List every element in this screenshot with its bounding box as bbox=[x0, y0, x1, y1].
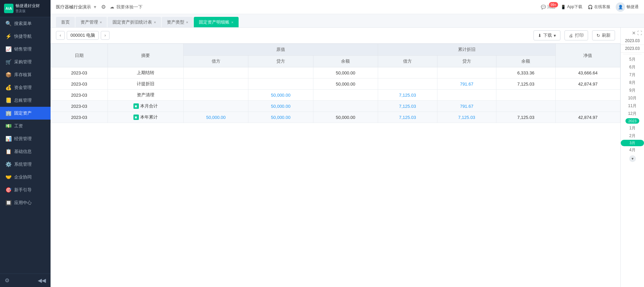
print-label: 打印 bbox=[575, 32, 584, 38]
sidebar-item-operations[interactable]: 📊经营管理 bbox=[0, 132, 51, 145]
sidebar-item-search[interactable]: 🔍搜索菜单 bbox=[0, 17, 51, 30]
main-panel: ‹ 000001 电脑 › ⬇ 下载 ▾ 🖨 打印 ↻ bbox=[51, 28, 620, 287]
timeline-month-1月[interactable]: 1月 bbox=[621, 124, 644, 132]
cell-date: 2023-03 bbox=[51, 112, 108, 123]
message-btn[interactable]: 💬 消息 99+ bbox=[541, 4, 555, 10]
table-row: 2023-03 ▣本月合计 50,000.00 7,125.03 791.67 bbox=[51, 101, 620, 112]
tab-asset_manage[interactable]: 资产管理 × bbox=[75, 17, 107, 27]
col-accum-balance: 余额 bbox=[496, 56, 556, 67]
sidebar-item-guide[interactable]: 🎯新手引导 bbox=[0, 184, 51, 196]
timeline-down-btn[interactable]: ▾ bbox=[629, 155, 636, 162]
settings-gear-icon[interactable]: ⚙ bbox=[101, 4, 106, 10]
timeline-header2: 2023.03 bbox=[621, 45, 644, 53]
refresh-icon: ↻ bbox=[596, 33, 600, 38]
refresh-btn[interactable]: ↻ 刷新 bbox=[592, 30, 615, 40]
year-badge[interactable]: 2023 bbox=[625, 118, 639, 124]
experience-btn[interactable]: ☁ 我要体验一下 bbox=[110, 4, 143, 10]
headset-icon: 🎧 bbox=[588, 5, 593, 9]
timeline-month-3月[interactable]: 3月 bbox=[621, 140, 644, 146]
cell-orig-credit bbox=[248, 67, 313, 78]
sidebar-item-inventory[interactable]: 📦库存核算 bbox=[0, 68, 51, 81]
timeline-month-5月[interactable]: 5月 bbox=[621, 56, 644, 63]
sidebar-item-ledger[interactable]: 📒总账管理 bbox=[0, 94, 51, 107]
download-icon: ⬇ bbox=[538, 33, 542, 38]
sidebar-item-capital[interactable]: 💰资金管理 bbox=[0, 81, 51, 94]
tab-close-icon[interactable]: × bbox=[154, 20, 156, 24]
cell-orig-balance: 50,000.00 bbox=[313, 67, 378, 78]
print-btn[interactable]: 🖨 打印 bbox=[564, 30, 588, 40]
next-asset-btn[interactable]: › bbox=[101, 31, 110, 40]
timeline-month-2月[interactable]: 2月 bbox=[621, 132, 644, 140]
timeline-month-11月[interactable]: 11月 bbox=[621, 102, 644, 110]
timeline-year-2023[interactable]: 2023 bbox=[621, 118, 644, 124]
sidebar-item-system[interactable]: ⚙️系统管理 bbox=[0, 158, 51, 171]
user-profile[interactable]: 👤 畅捷通 bbox=[616, 2, 639, 12]
timeline-month-12月[interactable]: 12月 bbox=[621, 110, 644, 118]
customer-service-btn[interactable]: 🎧 在线客服 bbox=[588, 4, 610, 10]
tab-home[interactable]: 首页 bbox=[56, 17, 75, 27]
company-selector[interactable]: 医疗器械行业演示 ▼ bbox=[56, 4, 97, 10]
active-month[interactable]: 3月 bbox=[627, 140, 638, 146]
enterprise-icon: 🤝 bbox=[5, 174, 11, 180]
username: 畅捷通 bbox=[626, 4, 639, 10]
panel-toolbar: ‹ 000001 电脑 › ⬇ 下载 ▾ 🖨 打印 ↻ bbox=[51, 28, 620, 43]
tab-label: 首页 bbox=[61, 19, 70, 25]
timeline-month-6月[interactable]: 6月 bbox=[621, 63, 644, 71]
cell-orig-debit bbox=[184, 78, 248, 90]
col-date: 日期 bbox=[51, 44, 108, 67]
cell-accum-debit bbox=[378, 67, 437, 78]
fixed_assets-icon: 🏢 bbox=[5, 110, 11, 116]
cell-net-value bbox=[555, 90, 620, 101]
col-orig-credit: 贷方 bbox=[248, 56, 313, 67]
sidebar-item-basic_info[interactable]: 📋基础信息 bbox=[0, 145, 51, 158]
timeline-month-8月[interactable]: 8月 bbox=[621, 79, 644, 87]
summary-icon: ▣ bbox=[133, 115, 139, 120]
col-summary: 摘要 bbox=[108, 44, 183, 67]
sidebar-label: 系统管理 bbox=[14, 161, 32, 167]
tab-asset_type[interactable]: 资产类型 × bbox=[162, 17, 193, 27]
download-icon: 📱 bbox=[561, 5, 566, 9]
timeline-month-7月[interactable]: 7月 bbox=[621, 71, 644, 79]
timeline-month-9月[interactable]: 9月 bbox=[621, 87, 644, 94]
cell-accum-balance bbox=[496, 101, 556, 112]
app_center-icon: 🔲 bbox=[5, 200, 11, 206]
expand-timeline-btn[interactable]: ⛶ bbox=[637, 30, 642, 36]
cell-accum-debit: 7,125.03 bbox=[378, 90, 437, 101]
tab-label: 资产管理 bbox=[81, 19, 98, 25]
summary-text: 本月合计 bbox=[140, 103, 158, 109]
tab-close-icon[interactable]: × bbox=[231, 20, 233, 24]
timeline-controls: ✕ ⛶ bbox=[621, 29, 644, 37]
sidebar-label: 销售管理 bbox=[14, 46, 32, 52]
sidebar-label: 经营管理 bbox=[14, 136, 32, 142]
sidebar-item-enterprise[interactable]: 🤝企业协同 bbox=[0, 171, 51, 184]
refresh-label: 刷新 bbox=[602, 32, 611, 38]
cloud-icon: ☁ bbox=[110, 4, 114, 9]
tab-asset_detail[interactable]: 固定资产明细账 × bbox=[194, 17, 238, 27]
cell-accum-debit: 7,125.03 bbox=[378, 112, 437, 123]
sidebar-label: 快捷导航 bbox=[14, 33, 32, 39]
sidebar-label: 工资 bbox=[14, 123, 23, 129]
download-btn[interactable]: ⬇ 下载 ▾ bbox=[533, 30, 560, 40]
sidebar-label: 新手引导 bbox=[14, 187, 32, 193]
sidebar-item-quick_nav[interactable]: ⚡快捷导航 bbox=[0, 30, 51, 43]
timeline-month-4月[interactable]: 4月 bbox=[621, 146, 644, 154]
sidebar-item-sales[interactable]: 📈销售管理 bbox=[0, 43, 51, 56]
sidebar-logo: AtA 畅捷通好业财 普及版 bbox=[0, 0, 51, 17]
sidebar-item-payroll[interactable]: 💵工资 bbox=[0, 120, 51, 132]
sidebar-item-app_center[interactable]: 🔲应用中心 bbox=[0, 196, 51, 209]
cell-orig-debit: 50,000.00 bbox=[184, 112, 248, 123]
company-name: 医疗器械行业演示 bbox=[56, 4, 91, 10]
tab-close-icon[interactable]: × bbox=[186, 20, 188, 24]
sidebar-item-fixed_assets[interactable]: 🏢固定资产 bbox=[0, 107, 51, 120]
cell-net-value bbox=[555, 101, 620, 112]
prev-asset-btn[interactable]: ‹ bbox=[56, 31, 65, 40]
close-timeline-btn[interactable]: ✕ bbox=[632, 30, 636, 36]
sidebar-label: 固定资产 bbox=[14, 110, 32, 116]
app-download-btn[interactable]: 📱 App下载 bbox=[561, 4, 582, 10]
timeline-month-10月[interactable]: 10月 bbox=[621, 94, 644, 102]
sidebar-item-purchase[interactable]: 🛒采购管理 bbox=[0, 56, 51, 68]
tab-depreciation_stats[interactable]: 固定资产折旧统计表 × bbox=[108, 17, 161, 27]
collapse-icon[interactable]: ◀◀ bbox=[38, 277, 46, 284]
tab-close-icon[interactable]: × bbox=[100, 20, 102, 24]
settings-icon[interactable]: ⚙ bbox=[5, 277, 9, 284]
